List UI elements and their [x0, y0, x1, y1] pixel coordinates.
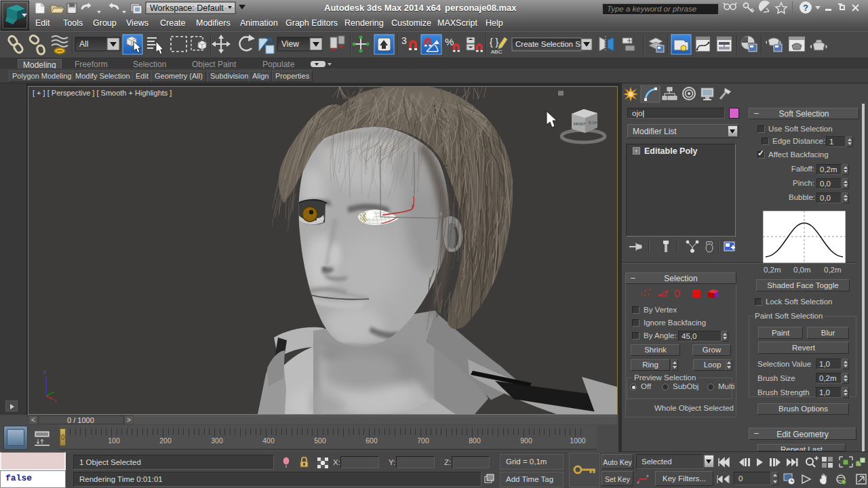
- svg-text:R.GHT: R.GHT: [589, 121, 599, 125]
- svg-text:All: All: [79, 39, 88, 49]
- svg-text:x: x: [439, 210, 443, 217]
- svg-text:Workspace: Default: Workspace: Default: [150, 3, 224, 13]
- svg-text:Create Selection Se: Create Selection Se: [515, 40, 585, 48]
- svg-text:y: y: [412, 203, 415, 209]
- svg-text:[ + ] [ Perspective ] [ Smooth: [ + ] [ Perspective ] [ Smooth + Highlig…: [33, 89, 172, 97]
- svg-text:{ }: { }: [490, 37, 499, 47]
- svg-text:View: View: [281, 39, 299, 49]
- svg-text:x: x: [54, 397, 57, 403]
- svg-text:%: %: [445, 36, 454, 47]
- svg-text:3: 3: [401, 35, 407, 46]
- svg-text:FRONT: FRONT: [574, 122, 585, 126]
- svg-text:?: ?: [803, 3, 808, 13]
- svg-text:ABC: ABC: [491, 49, 502, 55]
- svg-text:z: z: [43, 369, 47, 375]
